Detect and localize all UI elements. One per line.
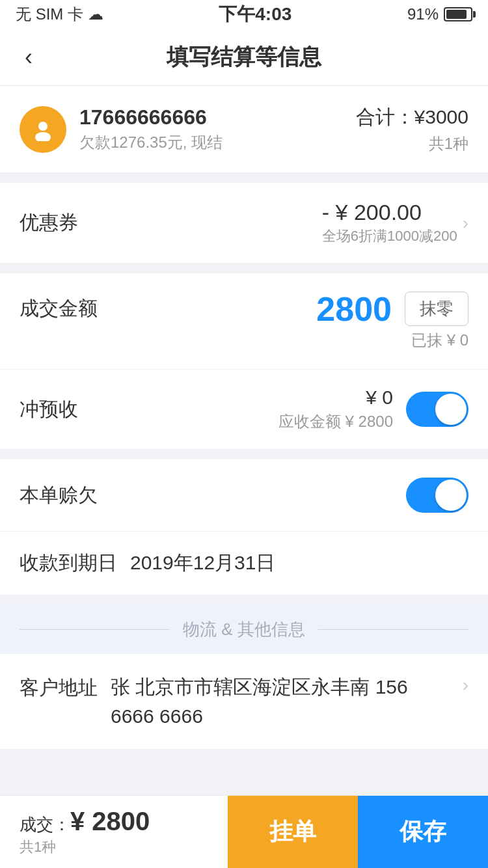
bottom-deal-label: 成交：¥ 2800 — [20, 807, 208, 836]
credit-label: 本单赊欠 — [20, 482, 98, 509]
bottom-summary: 成交：¥ 2800 共1种 — [0, 807, 228, 857]
logistics-header: 物流 & 其他信息 — [0, 605, 488, 654]
logistics-line-left — [20, 629, 170, 630]
section-gap-1 — [0, 263, 488, 273]
customer-debt: 欠款1276.35元, 现结 — [79, 132, 223, 153]
content: 17666666666 欠款1276.35元, 现结 合计：¥3000 共1种 … — [0, 86, 488, 868]
svg-point-1 — [35, 132, 51, 141]
deal-label: 成交金额 — [20, 295, 98, 322]
battery-icon — [444, 7, 472, 21]
credit-card: 本单赊欠 — [0, 459, 488, 531]
credit-toggle[interactable] — [406, 478, 468, 513]
coupon-arrow-icon: › — [463, 213, 468, 234]
address-row[interactable]: 客户地址 张 北京市市辖区海淀区永丰南 156 6666 6666 › — [0, 654, 488, 749]
prepay-sub: 应收金额 ¥ 2800 — [278, 411, 393, 432]
coupon-label: 优惠券 — [20, 210, 78, 236]
total-amount: 合计：¥3000 — [356, 104, 468, 131]
total-count: 共1种 — [356, 133, 468, 154]
status-bar: 无 SIM 卡 ☁ 下午4:03 91% — [0, 0, 488, 29]
coupon-amount: - ¥ 200.00 — [322, 200, 457, 225]
avatar — [20, 106, 66, 153]
logistics-separator — [0, 595, 488, 605]
customer-phone: 17666666666 — [79, 105, 223, 129]
customer-card: 17666666666 欠款1276.35元, 现结 合计：¥3000 共1种 — [0, 86, 488, 172]
prepay-amount: ¥ 0 — [278, 387, 393, 409]
status-right: 91% — [407, 5, 472, 23]
duedate-card: 收款到期日 2019年12月31日 — [0, 531, 488, 595]
address-arrow-icon: › — [463, 672, 468, 696]
prepay-toggle[interactable] — [406, 392, 468, 427]
save-button[interactable]: 保存 — [358, 796, 488, 869]
status-left: 无 SIM 卡 ☁ — [16, 4, 103, 25]
bottom-count: 共1种 — [20, 837, 208, 857]
section-gap-2 — [0, 449, 488, 459]
duedate-label: 收款到期日 — [20, 550, 117, 576]
logistics-title: 物流 & 其他信息 — [183, 618, 305, 641]
round-button[interactable]: 抹零 — [405, 292, 468, 326]
credit-toggle-knob — [435, 480, 467, 511]
battery-percent: 91% — [407, 5, 439, 23]
sim-label: 无 SIM 卡 ☁ — [16, 4, 103, 25]
bottom-bar: 成交：¥ 2800 共1种 挂单 保存 — [0, 795, 488, 868]
toggle-knob — [435, 394, 467, 425]
deal-card: 成交金额 2800 抹零 已抹 ¥ 0 — [0, 273, 488, 369]
coupon-desc: 全场6折满1000减200 — [322, 226, 457, 246]
duedate-value: 2019年12月31日 — [130, 550, 275, 576]
bottom-amount: ¥ 2800 — [70, 807, 150, 835]
coupon-row[interactable]: 优惠券 - ¥ 200.00 全场6折满1000减200 › — [0, 183, 488, 263]
status-time: 下午4:03 — [219, 2, 291, 27]
deal-sub: 已抹 ¥ 0 — [20, 330, 468, 351]
address-label: 客户地址 — [20, 672, 98, 701]
logistics-line-right — [318, 629, 468, 630]
deal-amount: 2800 — [316, 292, 392, 326]
back-button[interactable]: ‹ — [18, 37, 39, 77]
svg-point-0 — [38, 122, 47, 131]
nav-bar: ‹ 填写结算等信息 — [0, 29, 488, 86]
customer-total: 合计：¥3000 共1种 — [356, 104, 468, 154]
prepay-label: 冲预收 — [20, 396, 78, 423]
hold-button[interactable]: 挂单 — [228, 796, 358, 869]
address-value: 张 北京市市辖区海淀区永丰南 156 6666 6666 — [111, 672, 456, 731]
nav-title: 填写结算等信息 — [167, 42, 321, 72]
prepay-row: 冲预收 ¥ 0 应收金额 ¥ 2800 — [0, 369, 488, 449]
